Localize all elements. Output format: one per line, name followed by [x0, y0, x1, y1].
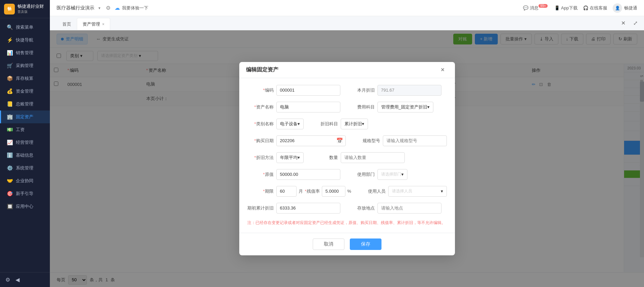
- person-placeholder: 请选择人员: [392, 188, 412, 194]
- residual-rate-input[interactable]: [322, 186, 345, 197]
- sidebar-label-appcenter: 应用中心: [16, 203, 33, 210]
- asset-name-control: [276, 102, 340, 113]
- app-edition: 普及版: [18, 9, 44, 14]
- calendar-icon[interactable]: 📅: [336, 137, 343, 144]
- sidebar-item-purchase[interactable]: 🛒 采购管理: [0, 59, 50, 72]
- sidebar-nav: 🔍 搜索菜单 ⚡ 快捷导航 📊 销售管理 🛒 采购管理 📦 库存核算 💰 资金管…: [0, 18, 50, 272]
- main-area: 医疗器械行业演示 ▾ ⚙ ☁ 我要体验一下 💬 消息 99+ 📱 App下载 🎧…: [50, 0, 644, 287]
- sidebar-logo: 畅 畅捷通好业财 普及版: [0, 0, 50, 18]
- sidebar-item-search[interactable]: 🔍 搜索菜单: [0, 21, 50, 34]
- project-dropdown-icon[interactable]: ▾: [98, 6, 100, 10]
- project-settings-icon[interactable]: ⚙: [106, 5, 111, 11]
- sidebar-item-finance[interactable]: 💰 资金管理: [0, 85, 50, 98]
- close-icon: ×: [441, 66, 444, 73]
- sidebar-item-sales[interactable]: 📊 销售管理: [0, 46, 50, 59]
- finance-icon: 💰: [6, 88, 13, 94]
- asset-name-input[interactable]: [276, 102, 340, 113]
- original-value-label: *原值: [247, 171, 274, 178]
- save-label: 保存: [361, 241, 370, 247]
- modal-close-button[interactable]: ×: [437, 64, 448, 75]
- tab-assets[interactable]: 资产管理 ×: [77, 18, 110, 30]
- sidebar-item-operations[interactable]: 📈 经营管理: [0, 136, 50, 149]
- page-content: 资产明细 ↔ 变更生成凭证 对账 + 新增 批量操作 ▾ ⤓ 导入: [50, 30, 644, 287]
- restore-icon: ✕: [621, 20, 625, 26]
- period-dep-control: [276, 203, 340, 214]
- field-quantity: 数量: [312, 152, 405, 163]
- spec-input[interactable]: [383, 135, 447, 146]
- dep-method-control: 年限平均 ▾: [276, 152, 304, 163]
- dep-method-value: 年限平均: [280, 155, 298, 161]
- modal-footer: 取消 保存: [239, 233, 455, 255]
- field-asset-name: *资产名称: [247, 102, 340, 113]
- settings-icon[interactable]: ⚙: [5, 277, 10, 283]
- support-action[interactable]: 🎧 在线客服: [583, 5, 607, 11]
- quantity-label: 数量: [312, 155, 338, 161]
- person-control: 请选择人员 ▾: [388, 186, 447, 197]
- notification-badge: 99+: [539, 4, 548, 8]
- appcenter-icon: 🔲: [6, 203, 13, 210]
- spec-control: [383, 135, 447, 146]
- avatar: 👤: [613, 3, 622, 13]
- person-select[interactable]: 请选择人员 ▾: [388, 186, 447, 197]
- sidebar-item-appcenter[interactable]: 🔲 应用中心: [0, 200, 50, 213]
- expense-subject-select[interactable]: 管理费用_固定资产折旧 ▾: [377, 102, 433, 113]
- notification-action[interactable]: 💬 消息 99+: [523, 5, 549, 11]
- modal-header: 编辑固定资产 ×: [239, 62, 455, 78]
- category-select[interactable]: 电子设备 ▾: [276, 119, 304, 129]
- cloud-icon: ☁: [115, 5, 120, 11]
- collab-icon: 🤝: [6, 178, 13, 184]
- expand-button[interactable]: ⤢: [629, 17, 641, 29]
- sidebar-item-ledger[interactable]: 📒 总账管理: [0, 98, 50, 110]
- period-unit: 月: [299, 188, 303, 194]
- sidebar-item-collab[interactable]: 🤝 企业协同: [0, 174, 50, 187]
- sidebar-item-inventory[interactable]: 📦 库存核算: [0, 72, 50, 85]
- dep-subject-select[interactable]: 累计折旧 ▾: [341, 119, 368, 129]
- department-select[interactable]: 请选择部门 ▾: [377, 169, 407, 180]
- period-input[interactable]: [276, 186, 297, 197]
- department-dropdown-icon: ▾: [401, 172, 404, 177]
- person-label: 使用人员: [359, 188, 386, 194]
- sidebar-item-payroll[interactable]: 💵 工资: [0, 123, 50, 136]
- cloud-experience[interactable]: ☁ 我要体验一下: [115, 5, 148, 11]
- modal-row-8: 期初累计折旧 存放地点: [247, 203, 447, 214]
- cloud-label: 我要体验一下: [122, 5, 148, 11]
- dep-subject-dropdown-icon: ▾: [362, 121, 364, 126]
- spec-label: 规格型号: [354, 138, 380, 144]
- project-title: 医疗器械行业演示: [57, 5, 94, 11]
- payroll-icon: 💵: [6, 127, 13, 133]
- sidebar-item-system[interactable]: ⚙️ 系统管理: [0, 162, 50, 174]
- code-input[interactable]: [276, 85, 340, 96]
- original-value-input[interactable]: [276, 169, 340, 180]
- modal-overlay[interactable]: 编辑固定资产 × *编码: [50, 30, 644, 287]
- cancel-button[interactable]: 取消: [313, 238, 344, 250]
- download-action[interactable]: 📱 App下载: [554, 5, 578, 11]
- dep-method-select[interactable]: 年限平均 ▾: [276, 152, 304, 163]
- tab-close-icon[interactable]: ×: [102, 22, 104, 27]
- quantity-input[interactable]: [341, 152, 405, 163]
- basics-icon: ℹ️: [6, 152, 13, 158]
- expense-dropdown-icon: ▾: [427, 104, 430, 109]
- period-dep-input[interactable]: [276, 203, 340, 214]
- tab-home[interactable]: 首页: [57, 18, 77, 30]
- edit-modal: 编辑固定资产 × *编码: [239, 62, 455, 255]
- expense-subject-label: 费用科目: [348, 104, 375, 110]
- sidebar-item-quicknav[interactable]: ⚡ 快捷导航: [0, 34, 50, 46]
- collapse-icon[interactable]: ◀: [16, 277, 20, 283]
- modal-row-6: *原值 使用部门 请选择部门: [247, 169, 447, 180]
- sidebar-label-sales: 销售管理: [16, 50, 33, 56]
- user-menu[interactable]: 👤 畅捷通: [613, 3, 637, 13]
- purchase-date-control: 📅: [276, 135, 346, 146]
- guide-icon: 🎯: [6, 191, 13, 197]
- save-button[interactable]: 保存: [350, 238, 381, 250]
- sidebar-item-assets[interactable]: 🏢 固定资产: [0, 110, 50, 123]
- sidebar-label-purchase: 采购管理: [16, 63, 33, 69]
- restore-button[interactable]: ✕: [617, 17, 629, 29]
- location-input[interactable]: [377, 203, 441, 214]
- location-label: 存放地点: [348, 205, 375, 211]
- notification-icon: 💬: [523, 5, 528, 10]
- purchase-date-input[interactable]: [276, 135, 346, 146]
- modal-row-2: *资产名称 费用科目 管理费用_: [247, 102, 447, 113]
- rate-unit: %: [347, 189, 351, 194]
- sidebar-item-basics[interactable]: ℹ️ 基础信息: [0, 149, 50, 162]
- sidebar-item-guide[interactable]: 🎯 新手引导: [0, 187, 50, 200]
